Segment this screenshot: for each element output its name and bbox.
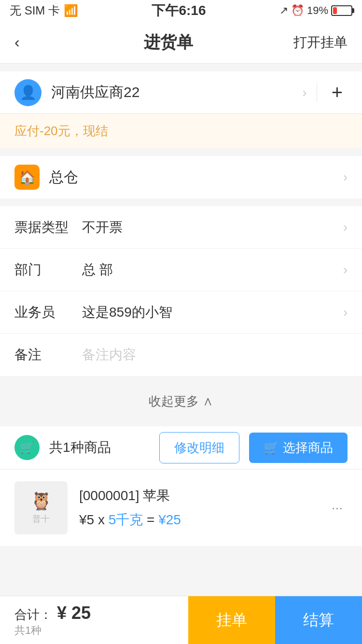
status-right: ↗ ⏰ 19%: [279, 4, 352, 17]
status-time: 下午6:16: [152, 1, 206, 20]
product-price: ¥5 x 5千克 = ¥25: [79, 511, 327, 529]
product-icon: 🛒: [14, 435, 40, 460]
collapse-button[interactable]: 收起更多 ∧: [0, 384, 362, 419]
chevron-right-icon: ›: [302, 85, 306, 100]
bottom-bar: 合计： ¥ 25 共1种 挂单 结算: [0, 596, 362, 644]
supplier-name: 河南供应商22: [51, 83, 297, 102]
invoice-label: 票据类型: [14, 218, 82, 237]
warehouse-name: 总仓: [49, 168, 338, 187]
sales-row[interactable]: 业务员 这是859的小智 ›: [0, 291, 362, 334]
remark-input[interactable]: 备注内容: [82, 346, 348, 364]
sales-label: 业务员: [14, 303, 82, 322]
checkout-button[interactable]: 结算: [275, 596, 362, 644]
dept-row[interactable]: 部门 总 部 ›: [0, 249, 362, 291]
product-item: 🦉 普十 [0000001] 苹果 ¥5 x 5千克 = ¥25 ···: [0, 470, 362, 546]
select-product-button[interactable]: 🛒 选择商品: [249, 433, 348, 463]
total-label: 合计：: [14, 606, 52, 623]
edit-detail-button[interactable]: 修改明细: [159, 432, 239, 463]
add-button[interactable]: +: [327, 82, 348, 103]
supplier-alert: 应付-20元，现结: [0, 114, 362, 148]
hang-button[interactable]: 挂单: [188, 596, 275, 644]
select-icon: 🛒: [264, 440, 279, 455]
back-button[interactable]: ‹: [14, 33, 43, 51]
chevron-right-icon: ›: [343, 169, 348, 185]
product-thumbnail: 🦉 普十: [14, 481, 68, 534]
battery-icon: [331, 5, 352, 16]
sales-value: 这是859的小智: [82, 303, 338, 322]
remark-label: 备注: [14, 346, 82, 364]
dept-label: 部门: [14, 261, 82, 279]
alarm-icon: ⏰: [291, 4, 304, 17]
chevron-right-icon: ›: [343, 305, 348, 320]
chevron-right-icon: ›: [343, 220, 348, 235]
battery-percent: 19%: [307, 4, 328, 17]
dept-value: 总 部: [82, 261, 338, 279]
warehouse-icon: 🏠: [14, 165, 40, 190]
supplier-avatar: 👤: [14, 79, 42, 106]
total-sub: 共1种: [14, 623, 174, 638]
product-count: 共1种商品: [49, 438, 150, 457]
cart-icon: 🛒: [20, 441, 34, 454]
total-line: 合计： ¥ 25: [14, 603, 174, 623]
nav-bar: ‹ 进货单 打开挂单: [0, 21, 362, 64]
carrier-label: 无 SIM 卡: [10, 3, 60, 18]
warehouse-section[interactable]: 🏠 总仓 ›: [0, 156, 362, 198]
vertical-divider: [317, 83, 317, 102]
supplier-row[interactable]: 👤 河南供应商22 › +: [0, 71, 362, 114]
status-bar: 无 SIM 卡 📶 下午6:16 ↗ ⏰ 19%: [0, 0, 362, 21]
chevron-right-icon: ›: [343, 262, 348, 278]
location-icon: ↗: [279, 4, 288, 17]
invoice-row[interactable]: 票据类型 不开票 ›: [0, 206, 362, 249]
total-section: 合计： ¥ 25 共1种: [0, 596, 188, 644]
remark-row[interactable]: 备注 备注内容: [0, 334, 362, 376]
form-section: 票据类型 不开票 › 部门 总 部 › 业务员 这是859的小智 › 备注 备注…: [0, 206, 362, 376]
open-pending-button[interactable]: 打开挂单: [293, 33, 348, 52]
page-title: 进货单: [144, 31, 193, 54]
wifi-icon: 📶: [64, 4, 78, 17]
avatar-icon: 👤: [20, 84, 37, 100]
supplier-section: 👤 河南供应商22 › + 应付-20元，现结: [0, 71, 362, 148]
product-header: 🛒 共1种商品 修改明细 🛒 选择商品: [0, 426, 362, 469]
product-name: [0000001] 苹果: [79, 487, 327, 505]
product-info: [0000001] 苹果 ¥5 x 5千克 = ¥25: [79, 487, 327, 529]
invoice-value: 不开票: [82, 218, 338, 237]
total-amount: ¥ 25: [57, 603, 91, 623]
status-left: 无 SIM 卡 📶: [10, 3, 78, 18]
more-button[interactable]: ···: [327, 495, 348, 520]
